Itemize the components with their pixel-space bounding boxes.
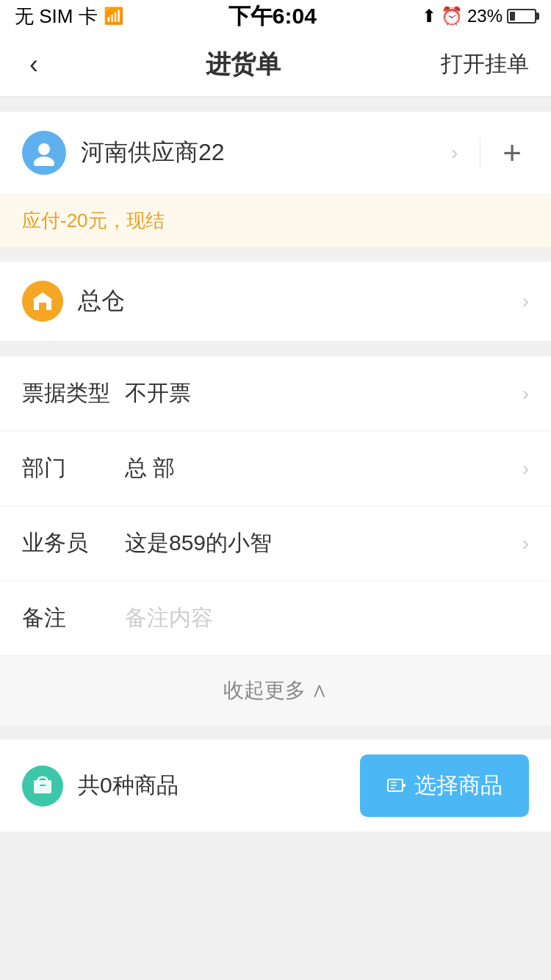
salesperson-row[interactable]: 业务员 这是859的小智 ›: [0, 506, 551, 581]
avatar: [22, 131, 66, 175]
notice-banner: 应付-20元，现结: [0, 195, 551, 247]
bottom-action-bar: 共0种商品 选择商品: [0, 740, 551, 832]
remark-row[interactable]: 备注 备注内容: [0, 581, 551, 656]
salesperson-value: 这是859的小智: [125, 528, 515, 558]
location-icon: ⬆: [422, 6, 436, 26]
section-divider-2: [0, 247, 551, 262]
supplier-chevron-icon: ›: [451, 141, 458, 165]
vertical-divider: [480, 138, 480, 167]
supplier-name-label: 河南供应商22: [81, 137, 451, 169]
department-chevron-icon: ›: [522, 457, 529, 480]
add-supplier-button[interactable]: +: [495, 134, 529, 171]
person-icon: [31, 140, 57, 166]
select-goods-label: 选择商品: [414, 771, 503, 801]
section-divider-4: [0, 725, 551, 740]
remark-input[interactable]: 备注内容: [125, 603, 529, 633]
salesperson-chevron-icon: ›: [522, 532, 529, 555]
open-pending-button[interactable]: 打开挂单: [441, 49, 529, 79]
home-icon: [31, 289, 54, 313]
invoice-type-value: 不开票: [125, 378, 515, 408]
status-left: 无 SIM 卡 📶: [15, 4, 123, 29]
invoice-type-chevron-icon: ›: [522, 382, 529, 406]
select-goods-icon: [386, 776, 407, 796]
invoice-type-row[interactable]: 票据类型 不开票 ›: [0, 356, 551, 431]
warehouse-row[interactable]: 总仓 ›: [0, 262, 551, 342]
back-button[interactable]: ‹: [22, 42, 46, 87]
wifi-icon: 📶: [104, 7, 123, 26]
cart-icon: [31, 774, 54, 798]
salesperson-label: 业务员: [22, 528, 125, 558]
department-label: 部门: [22, 453, 125, 483]
supplier-section: 河南供应商22 › + 应付-20元，现结: [0, 112, 551, 247]
battery-icon: [507, 9, 536, 24]
invoice-type-label: 票据类型: [22, 378, 125, 408]
goods-count-label: 共0种商品: [78, 771, 360, 801]
warehouse-name-label: 总仓: [78, 285, 522, 317]
nav-bar: ‹ 进货单 打开挂单: [0, 32, 551, 97]
notice-text: 应付-20元，现结: [22, 209, 165, 231]
status-right: ⬆ ⏰ 23%: [422, 6, 536, 26]
collapse-button[interactable]: 收起更多 ∧: [0, 656, 551, 725]
goods-icon: [22, 765, 63, 807]
battery-label: 23%: [467, 6, 503, 26]
page-title: 进货单: [206, 48, 281, 82]
select-goods-button[interactable]: 选择商品: [360, 754, 529, 817]
form-section: 票据类型 不开票 › 部门 总 部 › 业务员 这是859的小智 › 备注 备注…: [0, 356, 551, 656]
alarm-icon: ⏰: [441, 6, 463, 26]
status-time: 下午6:04: [228, 1, 317, 32]
svg-point-1: [34, 156, 54, 166]
svg-point-0: [38, 143, 50, 155]
section-divider-3: [0, 342, 551, 356]
supplier-row[interactable]: 河南供应商22 › +: [0, 112, 551, 195]
warehouse-chevron-icon: ›: [522, 289, 529, 313]
svg-rect-5: [40, 785, 46, 786]
svg-rect-4: [34, 780, 51, 793]
department-value: 总 部: [125, 453, 515, 483]
carrier-label: 无 SIM 卡: [15, 4, 98, 29]
remark-label: 备注: [22, 603, 125, 633]
svg-rect-3: [39, 303, 46, 310]
status-bar: 无 SIM 卡 📶 下午6:04 ⬆ ⏰ 23%: [0, 0, 551, 32]
section-divider-1: [0, 97, 551, 112]
warehouse-icon: [22, 281, 63, 322]
warehouse-section: 总仓 ›: [0, 262, 551, 342]
department-row[interactable]: 部门 总 部 ›: [0, 431, 551, 506]
collapse-label: 收起更多 ∧: [223, 677, 328, 705]
